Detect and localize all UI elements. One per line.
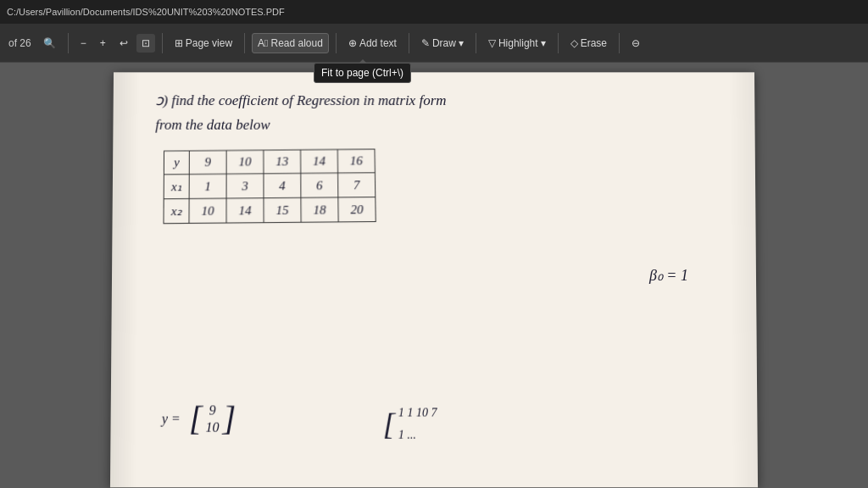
left-bracket: [ [189,402,203,435]
highlight-label: Highlight [498,37,538,49]
add-text-icon: ⊕ [348,37,357,49]
separator-3 [244,33,245,53]
draw-icon: ✎ [421,37,430,49]
line2: from the data below [155,114,721,136]
read-aloud-icon: A⃣ [258,37,268,49]
x1-val1: 1 [189,175,226,199]
separator-2 [162,33,163,53]
pdf-page: ↄ) find the coefficient of Regression in… [110,72,758,487]
header-16: 16 [337,149,375,173]
separator-1 [68,33,69,53]
separator-6 [476,33,476,53]
line1: ↄ) find the coefficient of Regression in… [155,89,721,112]
read-aloud-label: Read aloud [271,37,323,49]
data-table: y 9 10 13 14 16 x₁ 1 3 4 6 7 [164,149,376,225]
zoom-in-icon: + [100,37,106,49]
tooltip: Fit to page (Ctrl+\) [314,63,411,83]
x2-val2: 14 [226,198,264,223]
content-area: ↄ) find the coefficient of Regression in… [0,63,868,488]
page-count: of 26 [8,37,31,49]
matrix2-content: 1 1 10 7 1 ... [398,404,437,445]
draw-chevron-icon: ▾ [459,37,464,49]
x2-val3: 15 [264,198,301,223]
table-row-x2: x₂ 10 14 15 18 20 [164,197,376,224]
matrix2-left-bracket: [ [383,409,395,440]
highlight-button[interactable]: ▽ Highlight ▾ [483,34,551,53]
file-path: C:/Users/Pavillion/Documents/IDS%20UNIT%… [7,7,285,17]
erase-button[interactable]: ◇ Erase [565,34,612,53]
separator-8 [619,33,620,53]
highlight-chevron-icon: ▾ [541,37,546,49]
draw-button[interactable]: ✎ Draw ▾ [416,34,469,53]
separator-4 [336,33,337,53]
draw-label: Draw [432,37,456,49]
matrix2-row2: 1 ... [398,425,437,445]
zoom-out-icon: − [81,37,86,49]
page-view-label: Page view [186,37,232,49]
header-14: 14 [301,150,338,174]
more-icon: ⊖ [632,37,640,49]
title-bar: C:/Users/Pavillion/Documents/IDS%20UNIT%… [0,0,868,24]
undo-button[interactable]: ↩ [114,34,133,53]
page-view-icon: ⊞ [175,37,183,49]
add-text-button[interactable]: ⊕ Add text [343,34,402,53]
table-header-row: y 9 10 13 14 16 [164,149,375,175]
header-13: 13 [264,150,301,174]
zoom-in-button[interactable]: + [95,34,111,53]
header-10: 10 [226,151,264,175]
zoom-out-button[interactable]: − [75,34,92,53]
x1-val5: 7 [338,173,376,197]
x1-val3: 4 [264,174,301,198]
matrix-values: 9 10 [205,402,219,435]
header-y: y [164,151,189,175]
x2-val4: 18 [301,197,338,222]
matrix2-row1: 1 1 10 7 [398,404,437,424]
second-matrix: [ 1 1 10 7 1 ... [383,404,437,445]
x1-val4: 6 [301,174,338,198]
x1-label: x₁ [164,175,189,199]
erase-label: Erase [581,37,607,49]
header-9: 9 [189,151,226,175]
fit-page-button[interactable]: ⊡ [136,34,155,53]
y-matrix: y = [ 9 10 ] [162,402,236,435]
x1-val2: 3 [226,174,264,198]
search-icon: 🔍 [43,37,56,49]
handwritten-content: ↄ) find the coefficient of Regression in… [110,72,758,487]
problem-header: ↄ) find the coefficient of Regression in… [147,89,721,136]
matrix-val-10: 10 [205,420,219,435]
x2-label: x₂ [164,199,189,224]
matrix-val-9: 9 [209,402,216,418]
undo-icon: ↩ [120,37,128,49]
erase-icon: ◇ [570,37,578,49]
table-row-x1: x₁ 1 3 4 6 7 [164,173,376,199]
toolbar: of 26 🔍 − + ↩ ⊡ ⊞ Page view A⃣ Read alou… [0,24,868,63]
add-text-label: Add text [359,37,397,49]
x2-val5: 20 [338,197,376,222]
more-button[interactable]: ⊖ [626,34,645,53]
separator-7 [558,33,559,53]
fit-page-icon: ⊡ [142,37,150,49]
beta-notation: β₀ = 1 [649,266,688,285]
read-aloud-button[interactable]: A⃣ Read aloud [252,33,329,53]
search-button[interactable]: 🔍 [38,34,61,53]
separator-5 [409,33,409,53]
page-view-button[interactable]: ⊞ Page view [170,34,237,53]
y-matrix-label: y = [162,408,181,430]
highlight-icon: ▽ [488,37,496,49]
right-bracket: ] [222,402,236,435]
x2-val1: 10 [189,199,226,224]
